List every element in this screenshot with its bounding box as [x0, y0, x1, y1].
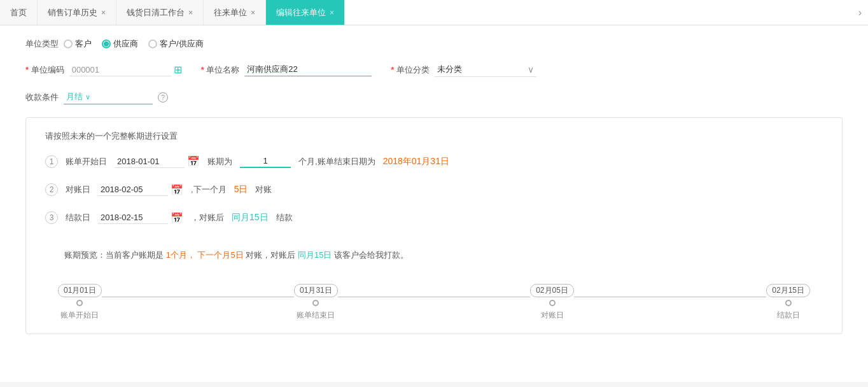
unit-type-label: 单位类型	[25, 38, 59, 50]
timeline-line-1	[102, 297, 294, 297]
tab-edit-contact[interactable]: 编辑往来单位 ×	[266, 0, 345, 25]
preview-section: 账期预览：当前客户账期是 1个月， 下一个月5日 对账，对账后 同月15日 该客…	[45, 239, 823, 271]
payment-date-wrap: 📅	[98, 211, 183, 224]
timeline-label-3: 结款日	[777, 310, 800, 321]
period-row-3: 3 结款日 📅 ，对账后同月15日 结款	[45, 211, 823, 224]
unit-code-label: 单位编码	[25, 64, 64, 76]
timeline-label-0: 账单开始日	[60, 310, 99, 321]
unit-info-row: 单位编码 ⊞ 单位名称 单位分类 未分类 ∨	[25, 62, 843, 77]
payment-terms-value: 月结	[66, 91, 83, 102]
period-row1-suffix: 个月,账单结束日期为	[298, 156, 375, 167]
unit-name-field: 单位名称	[201, 64, 372, 76]
close-edit-contact[interactable]: ×	[330, 8, 334, 17]
period-months-input[interactable]	[240, 155, 291, 168]
unit-code-field: 单位编码 ⊞	[25, 64, 182, 76]
timeline-line-2	[338, 297, 530, 297]
category-chevron-icon: ∨	[528, 64, 534, 74]
payment-cal-icon[interactable]: 📅	[171, 212, 183, 224]
preview-prefix: 账期预览：当前客户账期是	[64, 250, 164, 260]
reconcile-date-input[interactable]	[98, 183, 168, 196]
close-contacts[interactable]: ×	[251, 8, 255, 17]
payment-date-input[interactable]	[98, 211, 168, 224]
reconcile-cal-icon[interactable]: 📅	[171, 184, 183, 196]
timeline-label-2: 对账日	[541, 310, 564, 321]
timeline-date-1: 01月31日	[294, 284, 338, 297]
timeline-label-1: 账单结束日	[297, 310, 335, 321]
period-row-label-1: 账单开始日	[66, 156, 107, 167]
radio-supplier[interactable]: 供应商	[102, 38, 138, 50]
timeline-dot-3	[785, 300, 792, 306]
timeline-date-0: 01月01日	[58, 284, 102, 297]
unit-code-copy-icon[interactable]: ⊞	[174, 64, 182, 76]
unit-type-field: 单位类型 客户 供应商 客户/供应商	[25, 38, 204, 50]
period-row2-suffix: 对账	[255, 184, 272, 195]
timeline-dot-1	[312, 300, 319, 306]
period-row-1: 1 账单开始日 📅 账期为 个月,账单结束日期为 2018年01月31日	[45, 155, 823, 168]
unit-code-input[interactable]	[69, 64, 171, 76]
close-cash-work[interactable]: ×	[188, 8, 193, 17]
radio-group-unit-type: 客户 供应商 客户/供应商	[64, 38, 204, 50]
main-content: 单位类型 客户 供应商 客户/供应商 单位编码	[0, 25, 868, 382]
tab-home[interactable]: 首页	[0, 0, 38, 25]
period-box-title: 请按照未来的一个完整帐期进行设置	[45, 130, 823, 142]
preview-part2: 下一个月5日	[197, 250, 243, 260]
payment-terms-select[interactable]: 月结 ∨	[64, 90, 153, 104]
timeline-dot-2	[549, 300, 556, 306]
period-row3-prefix: ，对账后	[191, 212, 224, 223]
unit-category-select[interactable]: 未分类 ∨	[435, 62, 536, 77]
period-row-2: 2 对账日 📅 ,下一个月5日 对账	[45, 183, 823, 196]
tab-cash-work[interactable]: 钱货日清工作台 ×	[116, 0, 204, 25]
unit-name-input[interactable]	[244, 64, 372, 76]
close-sales-history[interactable]: ×	[101, 8, 106, 17]
unit-category-value: 未分类	[437, 64, 525, 75]
timeline-date-2: 02月05日	[530, 284, 574, 297]
payment-terms-chevron-icon: ∨	[85, 93, 90, 101]
unit-category-field: 单位分类 未分类 ∨	[391, 62, 536, 77]
period-row-num-1: 1	[45, 155, 58, 168]
timeline-date-3: 02月15日	[766, 284, 810, 297]
timeline: 01月01日 账单开始日 01月31日 账单结束日 02月05日 对账日 02月…	[45, 284, 823, 321]
timeline-node-0: 01月01日 账单开始日	[58, 284, 102, 321]
unit-type-row: 单位类型 客户 供应商 客户/供应商	[25, 38, 843, 50]
tab-sales-history[interactable]: 销售订单历史 ×	[38, 0, 116, 25]
timeline-dot-0	[76, 300, 83, 306]
preview-suffix: 该客户会给我打款。	[334, 250, 409, 260]
period-row-label-3: 结款日	[66, 212, 90, 223]
timeline-node-2: 02月05日 对账日	[530, 284, 574, 321]
preview-part1: 1个月，	[166, 250, 195, 260]
period-row-num-2: 2	[45, 183, 58, 196]
period-row-num-3: 3	[45, 211, 58, 224]
unit-category-label: 单位分类	[391, 64, 430, 76]
payment-terms-field: 收款条件 月结 ∨ ?	[25, 90, 168, 104]
period-row3-suffix: 结款	[276, 212, 293, 223]
tab-expand-button[interactable]: ›	[852, 0, 868, 25]
period-row3-highlight: 同月15日	[232, 212, 269, 223]
reconcile-date-wrap: 📅	[98, 183, 183, 196]
period-row1-prefix: 账期为	[207, 156, 232, 167]
preview-mid: 对账，对账后	[246, 250, 295, 260]
period-start-date-input[interactable]	[115, 155, 185, 168]
tab-bar: 首页 销售订单历史 × 钱货日清工作台 × 往来单位 × 编辑往来单位 × ›	[0, 0, 868, 25]
radio-both[interactable]: 客户/供应商	[148, 38, 204, 50]
period-settings-box: 请按照未来的一个完整帐期进行设置 1 账单开始日 📅 账期为 个月,账单结束日期…	[25, 117, 843, 334]
period-start-date-wrap: 📅	[115, 155, 200, 168]
help-icon[interactable]: ?	[158, 92, 168, 102]
period-end-date: 2018年01月31日	[383, 156, 449, 167]
radio-circle-both	[148, 39, 157, 48]
radio-circle-customer	[64, 39, 73, 48]
unit-name-label: 单位名称	[201, 64, 240, 76]
timeline-line-3	[574, 297, 766, 297]
radio-customer[interactable]: 客户	[64, 38, 92, 50]
period-row-label-2: 对账日	[66, 184, 90, 195]
period-row2-highlight: 5日	[234, 184, 248, 195]
period-row2-prefix: ,下一个月	[191, 184, 227, 195]
payment-terms-label: 收款条件	[25, 92, 59, 103]
unit-code-input-wrap: ⊞	[69, 64, 182, 76]
payment-terms-row: 收款条件 月结 ∨ ?	[25, 90, 843, 104]
timeline-node-3: 02月15日 结款日	[766, 284, 810, 321]
radio-circle-supplier	[102, 39, 111, 48]
preview-part3: 同月15日	[298, 250, 332, 260]
tab-contacts[interactable]: 往来单位 ×	[204, 0, 266, 25]
timeline-node-1: 01月31日 账单结束日	[294, 284, 338, 321]
period-start-cal-icon[interactable]: 📅	[187, 155, 200, 167]
